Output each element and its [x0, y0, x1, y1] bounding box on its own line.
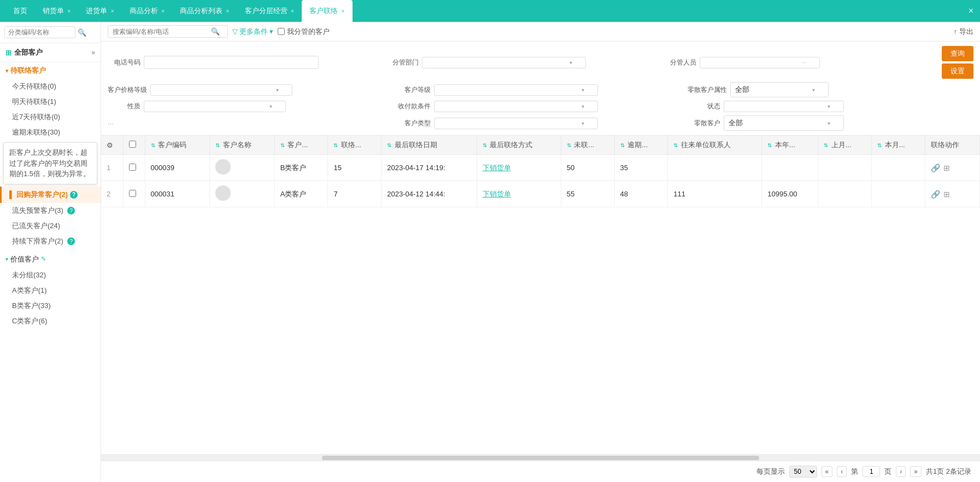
query-button[interactable]: 查询 — [942, 46, 973, 61]
prev-page-button[interactable]: ‹ — [837, 466, 847, 477]
code-sort-icon[interactable]: ⇅ — [151, 142, 155, 148]
sidebar-item-today-pending[interactable]: 今天待联络(0) — [0, 79, 101, 94]
row-1-checkbox[interactable] — [129, 164, 136, 171]
close-purchase-order-icon[interactable]: × — [110, 8, 114, 14]
nav-item-product-analysis-list[interactable]: 商品分析列表 × — [172, 0, 237, 22]
col-name: ⇅ 客户名称 — [210, 136, 275, 155]
status-select[interactable]: ▾ — [724, 101, 844, 112]
sidebar-item-lost[interactable]: 已流失客户(24) — [0, 218, 101, 234]
branch-person-label: 分管人员 — [664, 58, 696, 67]
select-all-checkbox[interactable] — [129, 141, 136, 148]
cperson-sort-icon[interactable]: ⇅ — [673, 142, 678, 148]
next-page-button[interactable]: › — [896, 466, 906, 477]
filter-col-customer-level: 客户等级 ▾ — [398, 84, 684, 96]
scroll-thumb[interactable] — [322, 456, 759, 460]
branch-person-select[interactable]: ··· — [700, 57, 820, 68]
sidebar-item-tomorrow-pending[interactable]: 明天待联络(1) — [0, 94, 101, 109]
nav-item-product-analysis[interactable]: 商品分析 × — [122, 0, 172, 22]
horizontal-scrollbar[interactable] — [101, 454, 980, 461]
udays-sort-icon[interactable]: ⇅ — [567, 142, 571, 148]
sidebar-collapse-icon[interactable]: » — [91, 49, 95, 56]
price-level-select[interactable]: ▾ — [150, 84, 292, 96]
sidebar-item-lost-warning[interactable]: 流失预警客户(3) ? — [0, 203, 101, 218]
table-header-row: ⚙ ⇅ 客户编码 ⇅ 客户名称 — [101, 136, 980, 155]
my-customers-check[interactable] — [278, 28, 285, 35]
last-page-button[interactable]: » — [910, 466, 922, 477]
repurchase-help-icon[interactable]: ? — [70, 191, 78, 199]
branch-dept-label: 分管部门 — [386, 58, 419, 67]
per-page-select[interactable]: 50 100 200 — [789, 466, 817, 478]
payment-select[interactable]: ▾ — [434, 101, 598, 112]
row-2-grid-icon[interactable]: ⊞ — [943, 190, 950, 199]
close-customer-contact-icon[interactable]: × — [341, 8, 344, 14]
sidebar-search-input[interactable] — [4, 26, 75, 38]
export-button[interactable]: ↑ 导出 — [954, 27, 974, 37]
search-input[interactable] — [113, 28, 211, 36]
top-nav: 首页 销货单 × 进货单 × 商品分析 × 商品分析列表 × 客户分层经营 × … — [0, 0, 980, 22]
nav-item-customer-contact[interactable]: 客户联络 × — [302, 0, 352, 22]
row-1-method-link[interactable]: 下销货单 — [483, 164, 511, 172]
close-sales-order-icon[interactable]: × — [67, 8, 71, 14]
close-product-analysis-icon[interactable]: × — [161, 8, 165, 14]
total-records-label: 共1页 2条记录 — [926, 467, 971, 477]
row-2-method-link[interactable]: 下销货单 — [483, 190, 511, 198]
sidebar-item-repurchase-anomaly[interactable]: ▌ 回购异常客户(2) ? — [0, 187, 101, 203]
first-page-button[interactable]: « — [821, 466, 833, 477]
nav-item-sales-order[interactable]: 销货单 × — [35, 0, 78, 22]
row-1-link-icon[interactable]: 🔗 — [931, 164, 940, 172]
sidebar-item-unclassified[interactable]: 未分组(32) — [0, 268, 101, 283]
branch-dept-select[interactable]: ▾ — [422, 57, 586, 68]
nav-item-home[interactable]: 首页 — [5, 0, 35, 22]
tyear-sort-icon[interactable]: ⇅ — [767, 142, 772, 148]
more-conditions-button[interactable]: ▽ 更多条件 ▾ — [232, 27, 273, 37]
window-close-button[interactable]: × — [969, 6, 973, 16]
customer-level-select[interactable]: ▾ — [434, 84, 598, 96]
gender-select[interactable]: ▾ — [144, 101, 286, 112]
my-customers-checkbox[interactable]: 我分管的客户 — [278, 27, 330, 37]
row-1-grid-icon[interactable]: ⊞ — [943, 164, 950, 172]
close-product-analysis-list-icon[interactable]: × — [226, 8, 229, 14]
value-section-edit-icon[interactable]: ✎ — [41, 255, 46, 263]
sidebar-search-icon[interactable]: 🔍 — [78, 28, 86, 37]
more-conditions-chevron: ▾ — [269, 27, 273, 36]
sidebar-item-declining[interactable]: 持续下滑客户(2) ? — [0, 234, 101, 249]
declining-help-icon[interactable]: ? — [67, 237, 75, 245]
sidebar-item-7days-pending[interactable]: 近7天待联络(0) — [0, 109, 101, 125]
row-2-checkbox[interactable] — [129, 190, 136, 197]
sidebar-item-c-class[interactable]: C类客户(6) — [0, 313, 101, 329]
row-1-this-month — [872, 155, 925, 181]
nav-item-customer-layered[interactable]: 客户分层经营 × — [237, 0, 302, 22]
lmonth-sort-icon[interactable]: ⇅ — [824, 142, 828, 148]
search-icon[interactable]: 🔍 — [211, 27, 220, 36]
ldate-sort-icon[interactable]: ⇅ — [387, 142, 391, 148]
sidebar-item-overdue-pending[interactable]: 逾期未联络(30) — [0, 125, 101, 140]
phone-input[interactable] — [144, 56, 319, 69]
row-2-link-icon[interactable]: 🔗 — [931, 190, 940, 199]
repurchase-indicator: ▌ — [9, 190, 14, 199]
row-1-contact-person — [668, 155, 762, 181]
retail-customer-select[interactable]: 全部 ▾ — [724, 115, 844, 131]
tmonth-sort-icon[interactable]: ⇅ — [877, 142, 882, 148]
settings-button[interactable]: 设置 — [942, 63, 973, 79]
lost-warning-help-icon[interactable]: ? — [67, 207, 75, 214]
overdue-sort-icon[interactable]: ⇅ — [620, 142, 625, 148]
settings-icon[interactable]: ⚙ — [107, 141, 113, 149]
value-customers-title[interactable]: ▾ 价值客户 ✎ — [0, 251, 101, 268]
row-2-this-month — [872, 181, 925, 207]
customer-type-select[interactable]: ▾ — [434, 118, 598, 129]
sidebar-all-customers-header[interactable]: ⊞ 全部客户 » — [0, 43, 101, 62]
retail-attr-select[interactable]: 全部 ▾ — [730, 82, 829, 97]
filter-dots[interactable]: ··· — [108, 119, 114, 127]
close-customer-layered-icon[interactable]: × — [291, 8, 294, 14]
nav-item-purchase-order[interactable]: 进货单 × — [78, 0, 121, 22]
ccount-sort-icon[interactable]: ⇅ — [333, 142, 338, 148]
name-sort-icon[interactable]: ⇅ — [215, 142, 220, 148]
lmethod-sort-icon[interactable]: ⇅ — [483, 142, 487, 148]
page-input[interactable] — [862, 466, 880, 477]
sidebar-item-a-class[interactable]: A类客户(1) — [0, 283, 101, 298]
ctype-sort-icon[interactable]: ⇅ — [280, 142, 285, 148]
payment-chevron: ▾ — [582, 103, 584, 109]
filter-col-phone: 电话号码 — [108, 56, 382, 69]
pending-section-title[interactable]: ▾ 待联络客户 — [0, 62, 101, 79]
sidebar-item-b-class[interactable]: B类客户(33) — [0, 298, 101, 313]
